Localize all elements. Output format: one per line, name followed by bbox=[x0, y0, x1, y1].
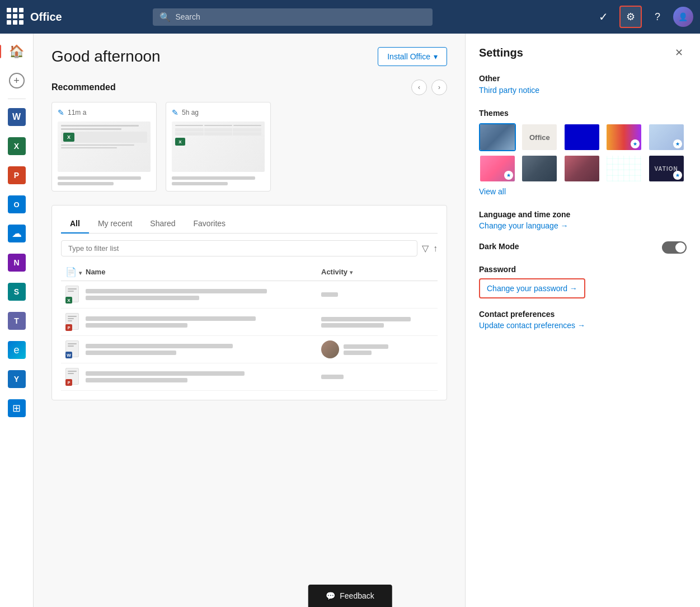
file-icon-4: P bbox=[65, 368, 86, 386]
file-name-3 bbox=[86, 344, 321, 355]
files-table: 📄 ▾ Name Activity ▾ bbox=[61, 263, 438, 391]
theme-office[interactable]: Office bbox=[521, 123, 558, 151]
search-bar[interactable]: 🔍 bbox=[153, 8, 433, 26]
sidebar-item-onedrive[interactable]: ☁ bbox=[3, 220, 30, 247]
settings-button[interactable]: ⚙ bbox=[619, 6, 642, 28]
theme-navy[interactable]: VATION ★ bbox=[648, 155, 685, 183]
file-name-1 bbox=[86, 289, 321, 300]
sidebar-item-excel[interactable]: X bbox=[3, 133, 30, 160]
card2-lines bbox=[172, 176, 265, 185]
sidebar-item-edge[interactable]: e bbox=[3, 337, 30, 363]
theme-circuit[interactable] bbox=[605, 155, 642, 183]
recommended-card-2[interactable]: ✎ 5h ag bbox=[166, 102, 271, 192]
file-icon-3: W bbox=[65, 340, 86, 358]
card2-line-2 bbox=[172, 182, 228, 185]
grid-icon[interactable] bbox=[7, 8, 25, 26]
theme-light[interactable]: ★ bbox=[648, 123, 685, 151]
card2-header: ✎ 5h ag bbox=[172, 108, 265, 117]
change-password-link: Change your password → bbox=[487, 284, 577, 293]
change-language-link[interactable]: Change your language → bbox=[479, 221, 687, 230]
theme-dark-preview bbox=[565, 124, 599, 150]
next-arrow[interactable]: › bbox=[431, 80, 447, 95]
files-section: All My recent Shared Favorites ▽ ↑ 📄 ▾ N… bbox=[51, 205, 447, 400]
sidebar-item-sharepoint[interactable]: S bbox=[3, 278, 30, 305]
tell-me-button[interactable]: ✓ bbox=[593, 6, 615, 28]
help-button[interactable]: ? bbox=[646, 6, 669, 28]
prev-arrow[interactable]: ‹ bbox=[411, 80, 427, 95]
recommended-title: Recommended bbox=[51, 82, 116, 92]
tab-my-recent[interactable]: My recent bbox=[89, 214, 141, 234]
tab-shared[interactable]: Shared bbox=[141, 214, 184, 234]
card1-header: ✎ 11m a bbox=[58, 108, 151, 117]
tab-all[interactable]: All bbox=[61, 214, 89, 234]
edit-icon-2: ✎ bbox=[172, 108, 178, 117]
file-activity-2 bbox=[321, 317, 433, 328]
settings-close-button[interactable]: ✕ bbox=[671, 45, 687, 60]
install-office-button[interactable]: Install Office ▾ bbox=[378, 47, 447, 66]
recommended-cards: ✎ 11m a X bbox=[51, 102, 447, 192]
theme-wallpaper[interactable] bbox=[479, 123, 516, 151]
sidebar-item-outlook[interactable]: O bbox=[3, 191, 30, 218]
sidebar-item-powerpoint[interactable]: P bbox=[3, 162, 30, 189]
theme-mountain[interactable] bbox=[521, 155, 558, 183]
toggle-knob bbox=[675, 242, 685, 253]
file-name-4 bbox=[86, 371, 321, 382]
theme-vivid[interactable]: ★ bbox=[479, 155, 516, 183]
settings-title: Settings bbox=[479, 46, 523, 59]
table-row[interactable]: P bbox=[61, 309, 438, 336]
filter-input[interactable] bbox=[61, 240, 417, 256]
theme-sunset[interactable] bbox=[563, 155, 600, 183]
contact-title: Contact preferences bbox=[479, 310, 687, 319]
recommended-card-1[interactable]: ✎ 11m a X bbox=[51, 102, 157, 192]
file-icon-2: P bbox=[65, 313, 86, 331]
file-activity-3 bbox=[321, 340, 433, 358]
filter-icon[interactable]: ▽ bbox=[422, 243, 429, 254]
settings-themes-section: Themes Office ★ ★ bbox=[479, 109, 687, 197]
sidebar-item-yammer[interactable]: Y bbox=[3, 366, 30, 393]
theme-mountain-preview bbox=[522, 156, 557, 181]
filter-row: ▽ ↑ bbox=[61, 240, 438, 256]
dark-mode-toggle[interactable] bbox=[662, 241, 687, 254]
sidebar-item-teams[interactable]: T bbox=[3, 307, 30, 334]
file-activity-4 bbox=[321, 375, 433, 379]
user-avatar[interactable]: 👤 bbox=[673, 7, 693, 27]
greeting-row: Good afternoon Install Office ▾ bbox=[51, 47, 447, 66]
change-password-box[interactable]: Change your password → bbox=[479, 278, 585, 298]
table-row[interactable]: X bbox=[61, 281, 438, 309]
sidebar: 🏠 + W X P O ☁ N S T e bbox=[0, 34, 34, 607]
main-layout: 🏠 + W X P O ☁ N S T e bbox=[0, 34, 700, 607]
sidebar-item-onenote[interactable]: N bbox=[3, 249, 30, 276]
file-name-2 bbox=[86, 316, 321, 328]
settings-panel: Settings ✕ Other Third party notice Them… bbox=[465, 34, 700, 607]
table-row[interactable]: P bbox=[61, 363, 438, 391]
sidebar-item-home[interactable]: 🏠 bbox=[3, 38, 30, 65]
sort-icon[interactable]: ↑ bbox=[433, 244, 438, 254]
recommended-header: Recommended ‹ › bbox=[51, 80, 447, 95]
files-table-header: 📄 ▾ Name Activity ▾ bbox=[61, 263, 438, 281]
feedback-button[interactable]: 💬 Feedback bbox=[308, 585, 392, 607]
update-contact-link[interactable]: Update contact preferences → bbox=[479, 321, 687, 330]
tab-favorites[interactable]: Favorites bbox=[185, 214, 235, 234]
feedback-label: Feedback bbox=[340, 591, 374, 600]
col-activity-header[interactable]: Activity ▾ bbox=[321, 268, 433, 276]
settings-contact-section: Contact preferences Update contact prefe… bbox=[479, 310, 687, 330]
settings-language-section: Language and time zone Change your langu… bbox=[479, 210, 687, 230]
search-input[interactable] bbox=[175, 12, 426, 21]
view-all-themes-link[interactable]: View all bbox=[479, 187, 506, 196]
theme-star-navy: ★ bbox=[673, 171, 682, 180]
card2-line-1 bbox=[172, 176, 255, 180]
sidebar-item-store[interactable]: ⊞ bbox=[3, 395, 30, 422]
install-office-label: Install Office bbox=[387, 52, 430, 61]
theme-colorful[interactable]: ★ bbox=[605, 123, 642, 151]
theme-dark[interactable] bbox=[563, 123, 600, 151]
sidebar-item-word[interactable]: W bbox=[3, 104, 30, 130]
app-title: Office bbox=[30, 11, 62, 24]
col-icon-header: 📄 ▾ bbox=[65, 267, 86, 277]
settings-header: Settings ✕ bbox=[479, 45, 687, 60]
col-name-header: Name bbox=[86, 268, 321, 276]
table-row[interactable]: W bbox=[61, 336, 438, 363]
sidebar-item-add[interactable]: + bbox=[3, 67, 30, 94]
third-party-notice-link[interactable]: Third party notice bbox=[479, 86, 539, 95]
other-title: Other bbox=[479, 74, 687, 83]
edit-icon-1: ✎ bbox=[58, 108, 64, 117]
